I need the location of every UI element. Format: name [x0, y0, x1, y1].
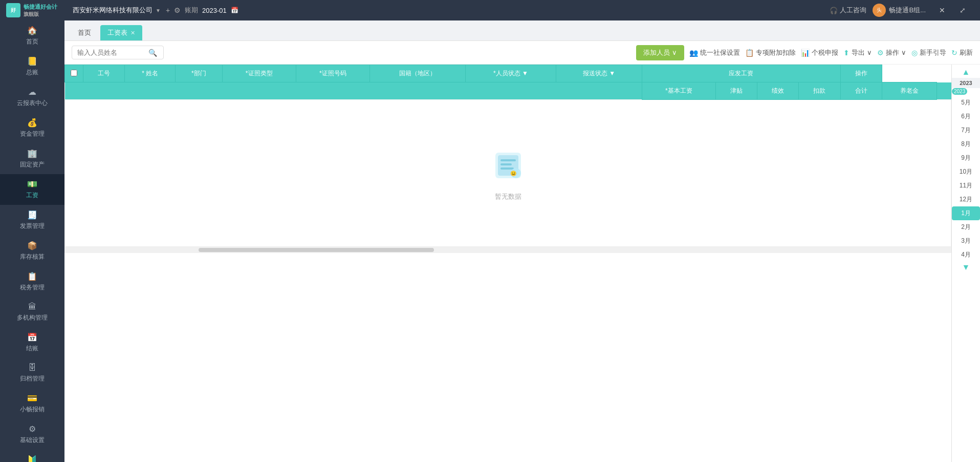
month-item-2月[interactable]: 2月	[952, 220, 980, 234]
month-item-4月[interactable]: 4月	[952, 248, 980, 262]
sidebar-item-expense[interactable]: 💳 小畅报销	[0, 388, 64, 419]
sidebar-icon-home: 🏠	[27, 26, 37, 35]
logo-icon: 好	[6, 3, 20, 17]
tab-salary[interactable]: 工资表✕	[100, 25, 142, 40]
empty-state: 😐 暂无数据	[68, 104, 948, 242]
settings-icon[interactable]: ⚙	[174, 6, 181, 14]
calendar-icon[interactable]: 📅	[231, 7, 238, 14]
svg-rect-4	[500, 167, 514, 170]
content-area: 首页工资表✕ 🔍 添加人员 ∨ 👥 统一社保设置 📋 专项附加扣除 📊 个税申报…	[64, 20, 980, 462]
toolbar-right: 添加人员 ∨ 👥 统一社保设置 📋 专项附加扣除 📊 个税申报 ⬆ 导出 ∨⚙ …	[636, 45, 973, 60]
sidebar-item-guide[interactable]: 🔰 新手引导	[0, 450, 64, 462]
th-证照号码: *证照号码	[296, 65, 369, 82]
sidebar-item-invoice[interactable]: 🧾 发票管理	[0, 205, 64, 236]
special-deduct-icon: 📋	[745, 49, 754, 57]
panel-up-arrow[interactable]: ▲	[962, 67, 970, 78]
toolbar-action-special-deduct[interactable]: 📋 专项附加扣除	[745, 48, 796, 57]
user-area[interactable]: 头 畅捷通B组...	[873, 4, 926, 17]
toolbar-action-new-guide[interactable]: ◎ 新手引导	[911, 48, 946, 57]
social-security-label: 统一社保设置	[700, 48, 740, 57]
operations-arrow-icon: ∨	[901, 49, 906, 56]
sidebar-item-close[interactable]: 📅 结账	[0, 327, 64, 358]
th-*基本工资: *基本工资	[642, 82, 715, 100]
sidebar-icon-general-ledger: 📒	[27, 56, 37, 66]
sidebar-item-general-ledger[interactable]: 📒 总账	[0, 51, 64, 82]
toolbar-action-export[interactable]: ⬆ 导出 ∨	[843, 48, 872, 57]
sidebar-label-fund: 资金管理	[20, 130, 45, 138]
empty-illustration: 😐	[488, 145, 529, 186]
th-扣款: 扣款	[799, 82, 840, 100]
sidebar-icon-close: 📅	[27, 332, 37, 342]
company-selector[interactable]: 西安虾米网络科技有限公司 ▼	[73, 6, 161, 15]
sidebar-item-tax[interactable]: 📋 税务管理	[0, 266, 64, 297]
month-item-8月[interactable]: 8月	[952, 137, 980, 151]
th-报送状态: 报送状态 ▼	[556, 65, 642, 82]
sidebar-item-fixed-asset[interactable]: 🏢 固定资产	[0, 143, 64, 174]
sidebar-item-multi-org[interactable]: 🏛 多机构管理	[0, 297, 64, 327]
sidebar-label-invoice: 发票管理	[20, 222, 45, 230]
sidebar-icon-archive: 🗄	[28, 363, 36, 372]
special-deduct-label: 专项附加扣除	[756, 48, 796, 57]
right-panel: ▲ 2023 20235月6月7月8月9月10月11月12月1月2月3月4月 ▼	[951, 65, 980, 462]
header-actions: + ⚙ 账期 2023-01 📅	[166, 6, 238, 15]
new-guide-label: 新手引导	[920, 48, 946, 57]
tab-label-salary: 工资表	[107, 29, 127, 36]
select-all-checkbox[interactable]	[71, 70, 77, 76]
sidebar-item-inventory[interactable]: 📦 库存核算	[0, 236, 64, 266]
add-company-icon[interactable]: +	[166, 6, 170, 14]
tab-home[interactable]: 首页	[71, 25, 98, 40]
sidebar-label-salary: 工资	[26, 191, 38, 200]
toolbar-action-operations[interactable]: ⚙ 操作 ∨	[877, 48, 906, 57]
sidebar-item-home[interactable]: 🏠 首页	[0, 20, 64, 51]
month-item-9月[interactable]: 9月	[952, 151, 980, 165]
sidebar-icon-fund: 💰	[27, 118, 37, 128]
export-arrow-icon: ∨	[867, 49, 872, 56]
sidebar-item-archive[interactable]: 🗄 归档管理	[0, 358, 64, 388]
month-item-11月[interactable]: 11月	[952, 179, 980, 193]
service-label: 人工咨询	[840, 6, 866, 15]
operations-icon: ⚙	[877, 49, 884, 57]
app-edition: 旗舰版	[24, 11, 57, 18]
sidebar-icon-invoice: 🧾	[27, 210, 37, 220]
month-item-5月[interactable]: 5月	[952, 96, 980, 110]
scroll-thumb[interactable]	[199, 248, 434, 252]
maximize-window-button[interactable]: ⤢	[952, 0, 973, 20]
sidebar-item-settings[interactable]: ⚙ 基础设置	[0, 419, 64, 450]
month-item-3月[interactable]: 3月	[952, 234, 980, 248]
th-姓名: * 姓名	[125, 65, 176, 82]
th-操作: 操作	[840, 65, 882, 82]
search-icon[interactable]: 🔍	[148, 49, 157, 57]
sidebar-label-settings: 基础设置	[20, 436, 45, 445]
refresh-icon: ↻	[951, 49, 957, 57]
th-证照类型: *证照类型	[222, 65, 296, 82]
sidebar-icon-tax: 📋	[27, 271, 37, 281]
service-button[interactable]: 🎧 人工咨询	[830, 6, 866, 15]
sidebar-item-cloud-report[interactable]: ☁ 云报表中心	[0, 82, 64, 113]
period-label: 账期	[185, 6, 198, 15]
toolbar-action-refresh[interactable]: ↻ 刷新	[951, 48, 973, 57]
month-item-1月[interactable]: 1月	[952, 206, 980, 220]
avatar: 头	[873, 4, 886, 17]
month-item-7月[interactable]: 7月	[952, 123, 980, 137]
user-label: 畅捷通B组...	[889, 6, 926, 15]
sidebar-item-salary[interactable]: 💵 工资	[0, 174, 64, 205]
sidebar-item-fund[interactable]: 💰 资金管理	[0, 113, 64, 143]
salary-table: 工号* 姓名*部门*证照类型*证照号码国籍（地区）*人员状态 ▼报送状态 ▼应发…	[64, 65, 951, 247]
month-item-10月[interactable]: 10月	[952, 165, 980, 179]
month-item-12月[interactable]: 12月	[952, 193, 980, 206]
tab-close-salary[interactable]: ✕	[130, 30, 135, 36]
month-item-6月[interactable]: 6月	[952, 110, 980, 123]
svg-text:😐: 😐	[510, 170, 517, 177]
toolbar-action-tax-report[interactable]: 📊 个税申报	[801, 48, 838, 57]
add-person-button[interactable]: 添加人员 ∨	[636, 45, 684, 60]
th-应发工资: 应发工资	[642, 65, 840, 82]
sidebar: 🏠 首页 📒 总账 ☁ 云报表中心 💰 资金管理 🏢 固定资产 💵 工资 🧾 发…	[0, 20, 64, 462]
th-合计: 合计	[840, 82, 882, 100]
th-人员状态: *人员状态 ▼	[465, 65, 556, 82]
search-area: 🔍	[72, 46, 157, 59]
panel-down-arrow[interactable]: ▼	[962, 262, 970, 273]
th-津贴: 津贴	[715, 82, 757, 100]
close-window-button[interactable]: ✕	[932, 0, 952, 20]
toolbar-action-social-security[interactable]: 👥 统一社保设置	[689, 48, 740, 57]
empty-text: 暂无数据	[495, 192, 521, 201]
